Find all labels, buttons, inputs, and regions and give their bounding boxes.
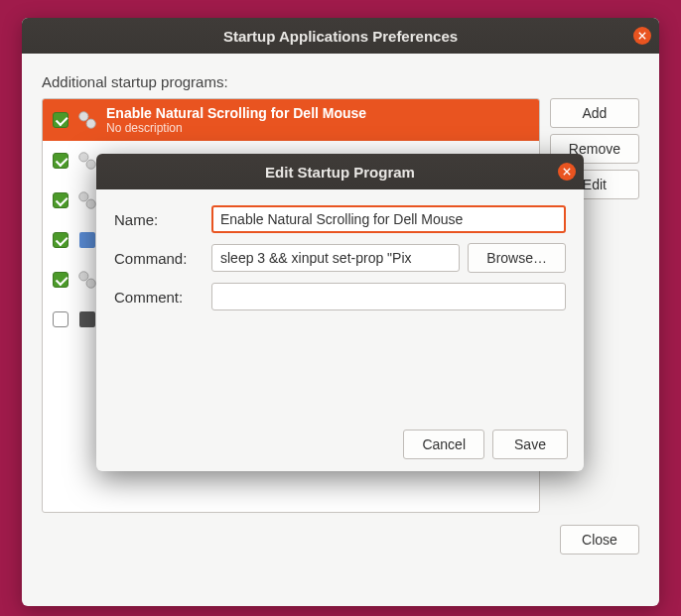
row-title: Enable Natural Scrolling for Dell Mouse <box>106 105 366 121</box>
svg-rect-6 <box>79 232 95 248</box>
row-checkbox[interactable] <box>53 153 68 169</box>
app-icon <box>76 229 98 251</box>
modal-footer: Cancel Save <box>403 430 568 459</box>
comment-row: Comment: <box>114 283 566 310</box>
main-footer: Close <box>22 525 659 568</box>
name-label: Name: <box>114 211 204 228</box>
svg-point-0 <box>79 112 88 121</box>
row-checkbox[interactable] <box>53 112 68 128</box>
gears-icon <box>76 269 98 291</box>
command-row: Command: Browse… <box>114 243 566 273</box>
svg-point-1 <box>86 119 95 128</box>
modal-title: Edit Startup Program <box>265 164 415 181</box>
main-titlebar: Startup Applications Preferences <box>22 18 659 54</box>
comment-label: Comment: <box>114 289 204 306</box>
command-label: Command: <box>114 250 204 267</box>
gears-icon <box>76 109 98 131</box>
modal-titlebar: Edit Startup Program <box>96 154 584 189</box>
close-button[interactable]: Close <box>560 525 639 554</box>
row-subtitle: No description <box>106 121 366 135</box>
row-texts: Enable Natural Scrolling for Dell Mouse … <box>106 105 366 135</box>
gears-icon <box>76 150 98 172</box>
modal-body: Name: Command: Browse… Comment: <box>96 189 584 336</box>
row-checkbox[interactable] <box>53 232 68 248</box>
svg-point-2 <box>79 153 88 162</box>
name-row: Name: <box>114 205 566 233</box>
list-heading: Additional startup programs: <box>42 73 639 90</box>
close-icon <box>563 168 571 176</box>
svg-point-4 <box>79 192 88 201</box>
row-checkbox[interactable] <box>53 192 68 208</box>
row-checkbox[interactable] <box>53 272 68 288</box>
close-icon <box>638 32 646 40</box>
command-input[interactable] <box>211 244 460 272</box>
list-item[interactable]: Enable Natural Scrolling for Dell Mouse … <box>43 99 539 141</box>
add-button[interactable]: Add <box>550 98 639 128</box>
modal-close-button[interactable] <box>558 163 576 181</box>
svg-point-3 <box>86 160 95 169</box>
name-input[interactable] <box>211 205 566 233</box>
cancel-button[interactable]: Cancel <box>403 430 484 459</box>
app-icon <box>76 308 98 330</box>
edit-startup-dialog: Edit Startup Program Name: Command: Brow… <box>96 154 584 471</box>
comment-input[interactable] <box>211 283 566 310</box>
browse-button[interactable]: Browse… <box>468 243 566 273</box>
svg-point-5 <box>86 199 95 208</box>
main-close-button[interactable] <box>633 27 651 45</box>
save-button[interactable]: Save <box>492 430 568 459</box>
row-checkbox[interactable] <box>53 311 68 327</box>
gears-icon <box>76 189 98 211</box>
svg-point-7 <box>79 272 88 281</box>
main-window-title: Startup Applications Preferences <box>223 28 458 45</box>
svg-rect-9 <box>79 311 95 327</box>
svg-point-8 <box>86 279 95 288</box>
